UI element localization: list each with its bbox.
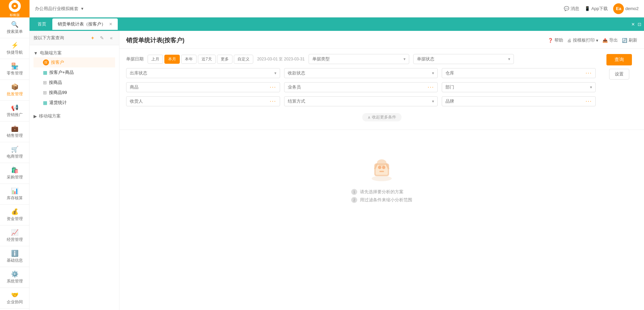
step-num-2: 2 — [351, 197, 357, 203]
refresh-btn[interactable]: 🔄 刷新 — [622, 37, 637, 43]
scheme-header: 按以下方案查询 + ✎ « — [30, 31, 119, 45]
content-area: 按以下方案查询 + ✎ « ▼ 电脑端方案 按 按客户 — [30, 31, 644, 310]
print-btn[interactable]: 🖨 按模板打印 ▾ — [567, 37, 598, 43]
wholesale-icon: 📦 — [11, 83, 18, 91]
salesperson-select[interactable]: 业务员 ··· — [284, 82, 438, 92]
bar-chart-icon: ▦ — [43, 70, 47, 75]
brand-select[interactable]: 品牌 ··· — [442, 96, 596, 106]
sidebar-item-system[interactable]: ⚙️ 系统管理 — [0, 267, 29, 288]
topbar-right: 💬 消息 📱 App下载 Ea demo2 — [564, 3, 639, 14]
salesperson-more-icon: ··· — [428, 84, 434, 90]
tab-sales-stats[interactable]: 销货单统计表（按客户） ✕ — [52, 18, 118, 30]
sidebar-item-new-guide[interactable]: 🆕 新手引导 — [0, 309, 29, 310]
help-btn[interactable]: ❓ 帮助 — [548, 37, 563, 43]
desktop-scheme-header[interactable]: ▼ 电脑端方案 — [34, 49, 115, 57]
scheme-item-return-stats[interactable]: ▦ 退货统计 — [34, 98, 115, 108]
sidebar-item-retail[interactable]: 🏪 零售管理 — [0, 59, 29, 80]
topbar: 办公用品行业模拟账套 ▾ 💬 消息 📱 App下载 Ea demo2 — [30, 0, 644, 17]
action-buttons: 查询 设置 — [601, 54, 637, 80]
scheme-edit-btn[interactable]: ✎ — [98, 34, 106, 42]
sidebar-item-sales[interactable]: 💼 销售管理 — [0, 121, 29, 142]
app-download-btn[interactable]: 📱 App下载 — [585, 6, 608, 12]
sidebar-item-purchase[interactable]: 🛍️ 采购管理 — [0, 163, 29, 184]
query-btn[interactable]: 查询 — [606, 54, 632, 65]
date-btn-more[interactable]: 更多 — [217, 55, 232, 64]
print-dropdown-icon: ▾ — [596, 38, 598, 43]
empty-step-2: 2 用过滤条件来缩小分析范围 — [351, 197, 412, 203]
sidebar-item-marketing[interactable]: 📢 营销推广 — [0, 101, 29, 121]
svg-point-4 — [378, 166, 381, 169]
goods-select[interactable]: 商品 ··· — [126, 82, 280, 92]
filter-row-2: 出库状态 ▾ 收款状态 ▾ 仓库 ··· — [126, 68, 596, 78]
sidebar-item-search-menu[interactable]: 🔍 搜索菜单 — [0, 17, 29, 38]
scheme-item-by-goods-99[interactable]: ⊞ 按商品99 — [34, 88, 115, 98]
svg-point-7 — [377, 159, 386, 166]
tab-close-window-icon[interactable]: ✕ — [631, 22, 635, 27]
doc-type-select[interactable]: 单据类型 ▾ — [309, 54, 409, 64]
page-title: 销货单统计表(按客户) — [126, 36, 184, 44]
doc-status-select[interactable]: 单据状态 ▾ — [413, 54, 514, 64]
sidebar-item-enterprise[interactable]: 🤝 企业协同 — [0, 288, 29, 309]
scheme-title: 按以下方案查询 — [34, 35, 64, 41]
svg-point-5 — [382, 166, 385, 169]
collection-status-dropdown-icon: ▾ — [432, 71, 434, 75]
date-range-display: 2023-03-01 至 2023-03-31 — [257, 56, 305, 62]
settings-btn[interactable]: 设置 — [609, 69, 629, 80]
sidebar-item-basic-info[interactable]: ℹ️ 基础信息 — [0, 246, 29, 267]
scheme-item-by-customer[interactable]: 按 按客户 — [34, 57, 115, 67]
help-icon: ❓ — [548, 38, 553, 43]
export-btn[interactable]: 📤 导出 — [602, 37, 618, 43]
date-btn-last-month[interactable]: 上月 — [148, 55, 163, 64]
message-btn[interactable]: 💬 消息 — [564, 6, 579, 12]
filter-area: 单据日期 上月 本月 本年 近7天 更多 自定义 2023-03-01 至 20… — [119, 49, 644, 130]
main-area: 办公用品行业模拟账套 ▾ 💬 消息 📱 App下载 Ea demo2 首页 — [30, 0, 644, 310]
sales-icon: 💼 — [11, 125, 18, 132]
date-btn-7days[interactable]: 近7天 — [198, 55, 216, 64]
collapse-conditions-btn[interactable]: ∧ 收起更多条件 — [362, 113, 401, 121]
recipient-label: 收货人 — [130, 98, 270, 104]
recipient-select[interactable]: 收货人 ··· — [126, 96, 280, 106]
empty-illustration — [365, 150, 398, 184]
sidebar-item-inventory[interactable]: 📊 库存核算 — [0, 184, 29, 205]
tab-home[interactable]: 首页 — [32, 18, 52, 30]
date-btn-this-month[interactable]: 本月 — [164, 55, 180, 64]
system-icon: ⚙️ — [11, 270, 18, 278]
date-btn-this-year[interactable]: 本年 — [181, 55, 197, 64]
department-label: 部门 — [445, 84, 590, 90]
mobile-scheme-header[interactable]: ▶ 移动端方案 — [34, 112, 115, 120]
sidebar-item-wholesale[interactable]: 📦 批发管理 — [0, 80, 29, 101]
date-btn-custom[interactable]: 自定义 — [234, 55, 253, 64]
user-area[interactable]: Ea demo2 — [613, 3, 639, 14]
settlement-label: 结算方式 — [288, 98, 432, 104]
svg-point-1 — [372, 176, 392, 181]
settlement-select[interactable]: 结算方式 ▾ — [284, 96, 438, 106]
tab-close-btn[interactable]: ✕ — [109, 22, 112, 27]
collapse-bar: ∧ 收起更多条件 — [126, 110, 637, 124]
sidebar-nav-list: 🔍 搜索菜单 ⚡ 快捷导航 🏪 零售管理 📦 批发管理 📢 营销推广 💼 销售管… — [0, 17, 29, 310]
doc-status-label: 单据状态 — [417, 56, 508, 62]
sidebar-item-quick-nav[interactable]: ⚡ 快捷导航 — [0, 38, 29, 59]
tab-restore-icon[interactable]: ⊡ — [638, 22, 641, 27]
step-num-1: 1 — [351, 189, 357, 195]
svg-rect-6 — [379, 171, 384, 172]
goods-more-icon: ··· — [270, 84, 276, 90]
scheme-collapse-btn[interactable]: « — [108, 34, 115, 42]
sidebar-item-ecommerce[interactable]: 🛒 电商管理 — [0, 142, 29, 163]
sidebar-item-operations[interactable]: 📈 经营管理 — [0, 225, 29, 246]
page-header-actions: ❓ 帮助 🖨 按模板打印 ▾ 📤 导出 🔄 刷新 — [548, 37, 637, 43]
topbar-left: 办公用品行业模拟账套 ▾ — [35, 6, 84, 12]
out-status-select[interactable]: 出库状态 ▾ — [126, 68, 280, 78]
scheme-item-by-goods[interactable]: ⊞ 按商品 — [34, 78, 115, 88]
mobile-scheme-group: ▶ 移动端方案 — [30, 110, 119, 122]
collection-status-select[interactable]: 收款状态 ▾ — [284, 68, 438, 78]
department-select[interactable]: 部门 ▾ — [442, 82, 596, 92]
warehouse-select[interactable]: 仓库 ··· — [442, 68, 596, 78]
department-dropdown-icon: ▾ — [590, 85, 592, 90]
filter-row-4: 收货人 ··· 结算方式 ▾ 品牌 ··· — [126, 96, 596, 106]
scheme-add-btn[interactable]: + — [89, 34, 96, 42]
left-sidebar: 标账版 🔍 搜索菜单 ⚡ 快捷导航 🏪 零售管理 📦 批发管理 📢 营销推广 💼… — [0, 0, 30, 310]
industry-dropdown[interactable]: ▾ — [81, 6, 84, 11]
basic-info-icon: ℹ️ — [11, 250, 18, 257]
scheme-item-customer-goods[interactable]: ▦ 按客户+商品 — [34, 67, 115, 78]
sidebar-item-finance[interactable]: 💰 资金管理 — [0, 205, 29, 225]
